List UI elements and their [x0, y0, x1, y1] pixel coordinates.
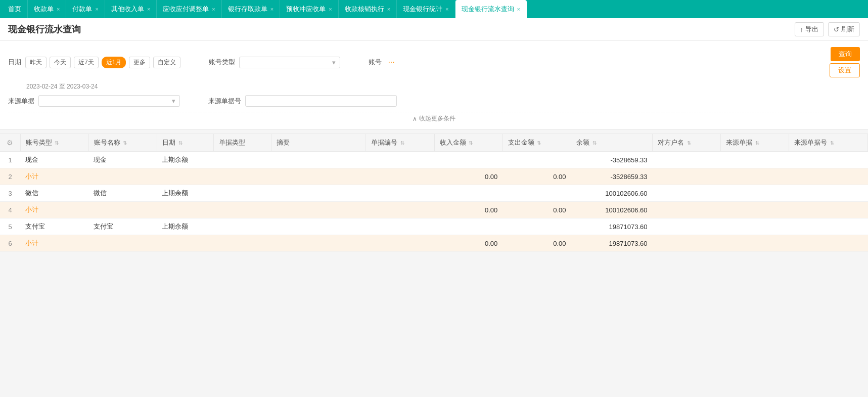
- row-counterparty: [653, 185, 721, 202]
- col-date-sort[interactable]: ⇅: [178, 140, 182, 146]
- table-body: 1现金现金上期余额-3528659.332小计0.000.00-3528659.…: [0, 152, 868, 252]
- nav-item-other-income[interactable]: 其他收入单 ×: [105, 0, 157, 18]
- row-doc-type: [214, 185, 271, 202]
- nav-collect-execute-close[interactable]: ×: [387, 6, 390, 12]
- nav-item-home[interactable]: 首页: [2, 0, 28, 18]
- row-doc-type: [214, 218, 271, 235]
- col-account-name-label: 账号名称: [94, 139, 120, 146]
- source-doc-num-input[interactable]: [245, 95, 397, 107]
- nav-cash-bank-flow-close[interactable]: ×: [517, 6, 520, 12]
- date-today[interactable]: 今天: [50, 57, 71, 68]
- nav-payment-label: 付款单: [72, 5, 92, 14]
- col-balance-sort[interactable]: ⇅: [592, 140, 597, 146]
- query-button[interactable]: 查询: [831, 47, 860, 61]
- nav-receipt-close[interactable]: ×: [57, 6, 60, 12]
- page-header: 现金银行流水查询 ↑ 导出 ↺ 刷新: [0, 18, 868, 41]
- row-doc-type: [214, 202, 271, 218]
- nav-cash-bank-stat-label: 现金银行统计: [403, 5, 442, 14]
- nav-other-income-close[interactable]: ×: [147, 6, 150, 12]
- nav-item-receipt[interactable]: 收款单 ×: [28, 0, 66, 18]
- nav-receipt-label: 收款单: [34, 5, 54, 14]
- collapse-arrow-icon: ∧: [413, 115, 417, 122]
- export-icon: ↑: [800, 26, 804, 33]
- action-buttons: 查询 设置: [830, 47, 860, 77]
- row-date: 上期余额: [157, 185, 213, 202]
- nav-prepay-flush-label: 预收冲应收单: [286, 5, 326, 14]
- col-summary: 摘要: [271, 134, 366, 152]
- col-expense-sort[interactable]: ⇅: [537, 140, 541, 146]
- row-number: 3: [0, 185, 20, 202]
- col-settings[interactable]: ⚙: [0, 134, 20, 152]
- data-table: ⚙ 账号类型 ⇅ 账号名称 ⇅ 日期 ⇅ 单据类型 摘要: [0, 134, 868, 252]
- col-source-doc-sort[interactable]: ⇅: [755, 140, 759, 146]
- date-options: 昨天 今天 近7天 近1月 更多 自定义: [25, 57, 180, 68]
- col-account-type-sort[interactable]: ⇅: [55, 140, 59, 146]
- table-row[interactable]: 5支付宝支付宝上期余额19871073.60: [0, 218, 868, 235]
- row-income: 0.00: [434, 202, 502, 218]
- table-row[interactable]: 6小计0.000.0019871073.60: [0, 235, 868, 252]
- col-doc-no-sort[interactable]: ⇅: [400, 140, 404, 146]
- row-source-doc-no: [789, 202, 868, 218]
- row-doc-type: [214, 152, 271, 168]
- col-expense: 支出金额 ⇅: [502, 134, 571, 152]
- nav-item-payment[interactable]: 付款单 ×: [66, 0, 105, 18]
- col-source-doc-label: 来源单据: [726, 139, 752, 146]
- col-doc-no: 单据编号 ⇅: [366, 134, 434, 152]
- source-doc-select[interactable]: ▾: [38, 95, 180, 107]
- row-account-name: [88, 235, 157, 252]
- nav-ar-ap-adjust-close[interactable]: ×: [212, 6, 215, 12]
- table-row[interactable]: 4小计0.000.00100102606.60: [0, 202, 868, 218]
- refresh-button[interactable]: ↺ 刷新: [828, 22, 860, 36]
- date-more[interactable]: 更多: [129, 57, 150, 68]
- header-actions: ↑ 导出 ↺ 刷新: [795, 22, 860, 36]
- date-7days[interactable]: 近7天: [74, 57, 99, 68]
- row-source-doc-no: [789, 218, 868, 235]
- table-row[interactable]: 3微信微信上期余额100102606.60: [0, 185, 868, 202]
- col-source-doc-no-sort[interactable]: ⇅: [830, 140, 834, 146]
- row-income: [434, 218, 502, 235]
- col-balance: 余额 ⇅: [571, 134, 653, 152]
- nav-item-bank-deposit[interactable]: 银行存取款单 ×: [222, 0, 280, 18]
- row-balance: 100102606.60: [571, 185, 653, 202]
- row-source-doc-no: [789, 152, 868, 168]
- row-counterparty: [653, 152, 721, 168]
- row-balance: 19871073.60: [571, 235, 653, 252]
- table-row[interactable]: 1现金现金上期余额-3528659.33: [0, 152, 868, 168]
- collapse-filters-btn[interactable]: ∧ 收起更多条件: [8, 112, 860, 125]
- nav-item-ar-ap-adjust[interactable]: 应收应付调整单 ×: [157, 0, 221, 18]
- nav-cash-bank-stat-close[interactable]: ×: [445, 6, 448, 12]
- export-button[interactable]: ↑ 导出: [795, 22, 825, 36]
- col-summary-label: 摘要: [277, 139, 290, 146]
- col-source-doc-no-label: 来源单据号: [794, 139, 827, 146]
- row-doc-no: [366, 185, 434, 202]
- row-expense: 0.00: [502, 235, 571, 252]
- account-type-select[interactable]: ▾: [239, 57, 340, 68]
- nav-payment-close[interactable]: ×: [95, 6, 98, 12]
- nav-item-prepay-flush[interactable]: 预收冲应收单 ×: [280, 0, 338, 18]
- nav-item-collect-execute[interactable]: 收款核销执行 ×: [339, 0, 397, 18]
- filter-area: 日期 昨天 今天 近7天 近1月 更多 自定义 账号类型 ▾ 账号 ···: [0, 41, 868, 129]
- row-number: 2: [0, 168, 20, 185]
- col-income-sort[interactable]: ⇅: [469, 140, 473, 146]
- settings-button[interactable]: 设置: [830, 63, 860, 77]
- nav-bank-deposit-close[interactable]: ×: [270, 6, 273, 12]
- date-custom[interactable]: 自定义: [153, 57, 180, 68]
- col-account-name-sort[interactable]: ⇅: [123, 140, 127, 146]
- row-doc-no: [366, 168, 434, 185]
- col-counterparty-sort[interactable]: ⇅: [687, 140, 691, 146]
- nav-item-cash-bank-stat[interactable]: 现金银行统计 ×: [397, 0, 455, 18]
- account-type-filter: 账号类型 ▾: [209, 57, 340, 68]
- account-ellipsis[interactable]: ···: [386, 58, 396, 67]
- date-1month[interactable]: 近1月: [102, 57, 126, 68]
- table-settings-icon[interactable]: ⚙: [7, 139, 13, 147]
- nav-item-cash-bank-flow[interactable]: 现金银行流水查询 ×: [455, 0, 527, 18]
- export-label: 导出: [805, 25, 818, 34]
- date-yesterday[interactable]: 昨天: [25, 57, 47, 68]
- filter-row-2: 来源单据 ▾ 来源单据号: [8, 95, 860, 107]
- table-row[interactable]: 2小计0.000.00-3528659.33: [0, 168, 868, 185]
- nav-prepay-flush-close[interactable]: ×: [329, 6, 332, 12]
- row-income: [434, 152, 502, 168]
- row-account-type: 小计: [20, 235, 88, 252]
- row-number: 5: [0, 218, 20, 235]
- source-doc-label: 来源单据: [8, 97, 34, 106]
